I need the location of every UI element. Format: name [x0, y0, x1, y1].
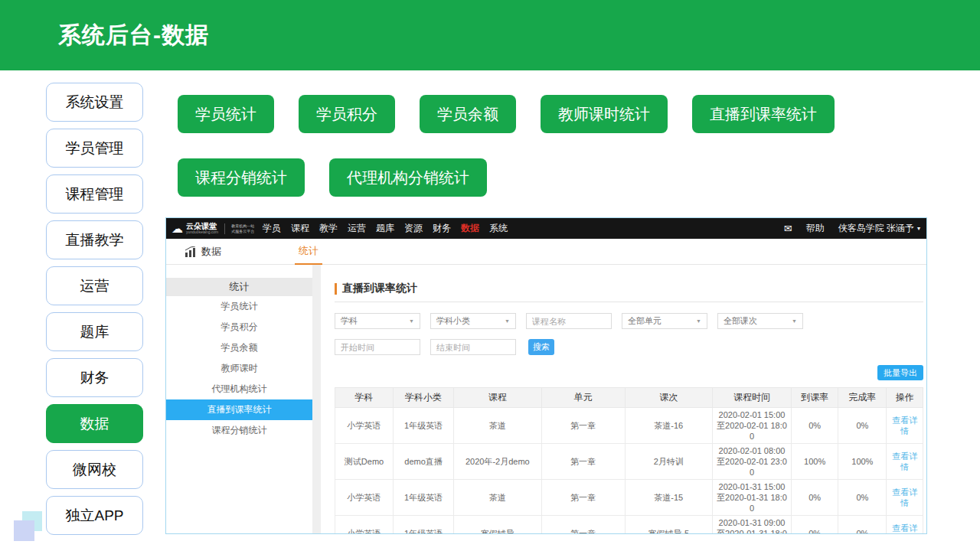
col-course: 课程	[454, 388, 541, 408]
unit-select[interactable]: 全部单元 ▼	[622, 313, 707, 329]
help-link[interactable]: 帮助	[806, 222, 825, 235]
view-detail-link[interactable]: 查看详情	[892, 452, 917, 471]
account-menu[interactable]: 侠客岛学院 张涵予 ▾	[838, 222, 920, 235]
page-header: 系统后台-数据	[0, 0, 980, 70]
col-subject: 学科	[335, 388, 394, 408]
admin-content: 统计 学员统计 学员积分 学员余额 教师课时 代理机构统计 直播到课率统计 课程…	[166, 265, 926, 533]
col-unit: 单元	[541, 388, 625, 408]
view-detail-link[interactable]: 查看详情	[892, 487, 917, 507]
quick-student-stats-button[interactable]: 学员统计	[178, 95, 274, 133]
sidebar-item-question-bank[interactable]: 题库	[46, 312, 143, 351]
export-row: 批量导出	[335, 365, 923, 380]
menu-item-operations[interactable]: 运营	[348, 222, 366, 235]
col-lesson: 课次	[625, 388, 712, 408]
chevron-down-icon: ▾	[917, 225, 920, 232]
col-category: 学科小类	[394, 388, 454, 408]
sidebar-item-operations[interactable]: 运营	[46, 266, 143, 305]
breadcrumb: 数据	[185, 239, 221, 265]
menu-item-question-bank[interactable]: 题库	[376, 222, 394, 235]
section-title-row: 直播到课率统计	[335, 282, 923, 295]
nav-header: 统计	[166, 278, 312, 296]
sidebar: 系统设置 学员管理 课程管理 直播教学 运营 题库 财务 数据 微网校 独立AP…	[46, 83, 143, 542]
brand-domain: yunduoketang.com	[186, 230, 218, 235]
menu-item-data[interactable]: 数据	[461, 222, 479, 235]
table-row: 小学英语 1年级英语 茶道 第一章 茶道-15 2020-01-31 15:00…	[335, 480, 923, 516]
section-divider	[335, 302, 923, 302]
sidebar-item-courses[interactable]: 课程管理	[46, 174, 143, 214]
nav-item-agency-stats[interactable]: 代理机构统计	[166, 379, 312, 399]
menu-item-teaching[interactable]: 教学	[319, 222, 338, 235]
caret-down-icon: ▼	[792, 318, 797, 324]
search-button[interactable]: 搜索	[528, 339, 554, 355]
filter-row-2: 搜索	[335, 339, 923, 355]
topbar-right: ✉ 帮助 侠客岛学院 张涵予 ▾	[784, 218, 920, 239]
nav-item-student-stats[interactable]: 学员统计	[166, 296, 312, 317]
sidebar-item-students[interactable]: 学员管理	[46, 129, 143, 168]
subcategory-select[interactable]: 学科小类 ▼	[430, 313, 516, 329]
col-action: 操作	[887, 388, 923, 408]
menu-item-finance[interactable]: 财务	[433, 222, 451, 235]
table-row: 小学英语 1年级英语 寒假辅导 第一章 寒假辅导-5 2020-01-31 09…	[335, 516, 923, 535]
account-name: 侠客岛学院 张涵予	[838, 222, 914, 235]
cloud-logo-icon: ☁	[172, 223, 183, 234]
end-time-input[interactable]	[430, 339, 516, 355]
table-row: 小学英语 1年级英语 茶道 第一章 茶道-16 2020-02-01 15:00…	[335, 408, 923, 444]
table-header-row: 学科 学科小类 课程 单元 课次 课程时间 到课率 完成率 操作	[335, 388, 923, 408]
statistics-nav: 统计 学员统计 学员积分 学员余额 教师课时 代理机构统计 直播到课率统计 课程…	[166, 265, 312, 533]
view-detail-link[interactable]: 查看详情	[892, 523, 917, 534]
sidebar-item-settings[interactable]: 系统设置	[46, 83, 143, 122]
tab-statistics[interactable]: 统计	[295, 239, 322, 265]
col-completion: 完成率	[838, 388, 887, 408]
col-time: 课程时间	[713, 388, 792, 408]
menu-item-courses[interactable]: 课程	[291, 222, 309, 235]
mail-icon[interactable]: ✉	[784, 223, 792, 234]
filter-row-1: 学科 ▼ 学科小类 ▼ 全部单元 ▼ 全部课次 ▼	[335, 313, 923, 329]
quick-links-row-1: 学员统计 学员积分 学员余额 教师课时统计 直播到课率统计	[178, 95, 835, 133]
sidebar-item-standalone-app[interactable]: 独立APP	[46, 496, 143, 535]
bar-chart-icon	[185, 246, 197, 257]
caret-down-icon: ▼	[696, 318, 701, 324]
quick-live-attendance-button[interactable]: 直播到课率统计	[692, 95, 835, 133]
quick-student-balance-button[interactable]: 学员余额	[420, 95, 516, 133]
sidebar-item-finance[interactable]: 财务	[46, 358, 143, 397]
module-bar: 数据 统计	[166, 239, 926, 265]
start-time-input[interactable]	[335, 339, 420, 355]
decor-square-lavender	[14, 520, 34, 541]
col-attendance: 到课率	[791, 388, 838, 408]
caret-down-icon: ▼	[409, 318, 414, 324]
admin-top-menu: 学员 课程 教学 运营 题库 资源 财务 数据 系统	[263, 218, 508, 239]
admin-topbar: ☁ 云朵课堂 yunduoketang.com 教育机构一站 式服务云平台 学员…	[166, 218, 926, 239]
brand-tagline: 教育机构一站 式服务云平台	[231, 223, 254, 233]
menu-item-resources[interactable]: 资源	[404, 222, 423, 235]
batch-export-button[interactable]: 批量导出	[877, 365, 923, 380]
sidebar-item-data[interactable]: 数据	[46, 404, 143, 443]
nav-item-teacher-hours[interactable]: 教师课时	[166, 358, 312, 379]
menu-item-system[interactable]: 系统	[489, 222, 508, 235]
sidebar-item-live-teaching[interactable]: 直播教学	[46, 220, 143, 259]
main-panel: 直播到课率统计 学科 ▼ 学科小类 ▼ 全部单元 ▼ 全部课次	[321, 265, 926, 533]
caret-down-icon: ▼	[505, 318, 510, 324]
quick-links: 学员统计 学员积分 学员余额 教师课时统计 直播到课率统计 课程分销统计 代理机…	[178, 95, 835, 197]
quick-student-points-button[interactable]: 学员积分	[299, 95, 395, 133]
lesson-select[interactable]: 全部课次 ▼	[717, 313, 803, 329]
view-detail-link[interactable]: 查看详情	[892, 416, 917, 435]
quick-teacher-hours-button[interactable]: 教师课时统计	[541, 95, 668, 133]
subject-select[interactable]: 学科 ▼	[335, 313, 420, 329]
nav-item-course-distribution[interactable]: 课程分销统计	[166, 420, 312, 441]
sidebar-item-micro-school[interactable]: 微网校	[46, 450, 143, 489]
attendance-table: 学科 学科小类 课程 单元 课次 课程时间 到课率 完成率 操作 小学英语 1年	[335, 387, 923, 534]
nav-item-student-points[interactable]: 学员积分	[166, 317, 312, 337]
nav-item-student-balance[interactable]: 学员余额	[166, 337, 312, 358]
nav-main-divider	[312, 265, 321, 533]
quick-agency-distribution-button[interactable]: 代理机构分销统计	[329, 158, 487, 197]
quick-course-distribution-button[interactable]: 课程分销统计	[178, 158, 305, 197]
title-accent-bar	[335, 283, 337, 295]
menu-item-students[interactable]: 学员	[263, 222, 281, 235]
quick-links-row-2: 课程分销统计 代理机构分销统计	[178, 158, 835, 197]
nav-item-live-attendance[interactable]: 直播到课率统计	[166, 399, 312, 420]
page-title: 系统后台-数据	[58, 0, 209, 70]
brand-logo: ☁ 云朵课堂 yunduoketang.com 教育机构一站 式服务云平台	[166, 222, 254, 235]
admin-window: ☁ 云朵课堂 yunduoketang.com 教育机构一站 式服务云平台 学员…	[165, 217, 927, 534]
course-name-input[interactable]	[526, 313, 612, 329]
section-title: 直播到课率统计	[342, 282, 417, 295]
